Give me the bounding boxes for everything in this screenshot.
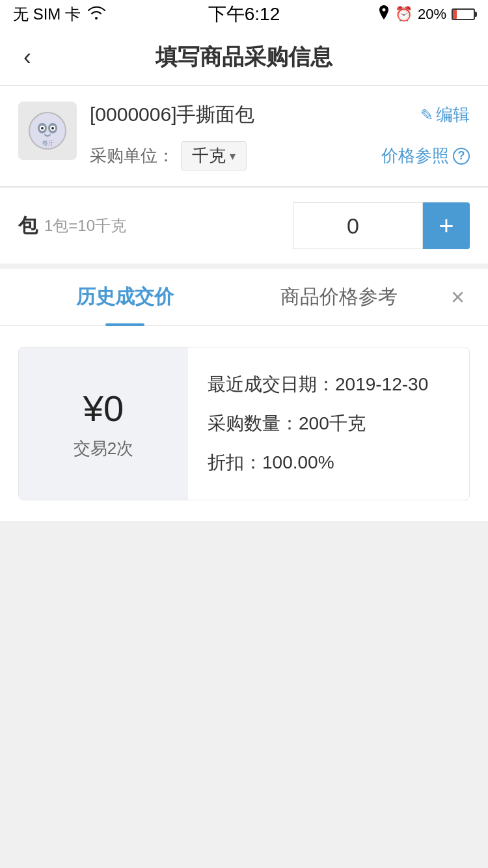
svg-point-6 [51,127,54,129]
unit-conversion: 1包=10千克 [44,215,126,236]
history-price-section: ¥0 交易2次 [19,347,188,500]
unit-badge: 包 [18,213,38,239]
panel-tabs: 历史成交价 商品价格参考 × [0,269,488,326]
purchase-qty: 采购数量：200千克 [208,410,450,437]
edit-button[interactable]: ✎ 编辑 [420,103,470,126]
history-card: ¥0 交易2次 最近成交日期：2019-12-30 采购数量：200千克 折扣：… [18,347,470,500]
panel-close-button[interactable]: × [446,278,470,316]
bottom-area [0,521,488,868]
unit-text: 采购单位： [90,144,174,167]
edit-label: 编辑 [436,103,470,126]
price-ref-label: 价格参照 [381,144,449,167]
product-info: [0000006]手撕面包 ✎ 编辑 采购单位： 千克 ▾ 价格参照 ? [90,102,470,170]
history-details-section: 最近成交日期：2019-12-30 采购数量：200千克 折扣：100.00% [188,347,469,500]
battery-icon [452,8,475,20]
product-top: 餐厅 [0000006]手撕面包 ✎ 编辑 采购单位： 千克 ▾ [18,102,470,170]
currency-symbol: ¥ [83,388,103,429]
tab-history-price[interactable]: 历史成交价 [18,269,232,326]
discount: 折扣：100.00% [208,449,450,476]
tab-product-reference[interactable]: 商品价格参考 [232,269,445,326]
product-title: 手撕面包 [176,103,254,125]
status-right: ⏰ 20% [378,5,475,23]
quantity-section: 包 1包=10千克 + [0,188,488,269]
status-bar: 无 SIM 卡 下午6:12 ⏰ 20% [0,0,488,29]
tab-history-label: 历史成交价 [76,284,174,310]
location-icon [378,5,390,23]
unit-label: 采购单位： 千克 ▾ [90,141,247,170]
chevron-down-icon: ▾ [230,149,236,163]
help-icon: ? [453,148,470,165]
price-number: 0 [103,388,124,429]
page-title: 填写商品采购信息 [156,42,332,72]
transaction-count: 交易2次 [74,437,133,460]
edit-icon: ✎ [420,106,433,124]
panel: 历史成交价 商品价格参考 × ¥0 交易2次 最近成交日期：2019-12-30… [0,269,488,521]
unit-value: 千克 [192,144,226,167]
quantity-input-group: + [293,202,470,249]
svg-text:餐厅: 餐厅 [42,140,54,146]
quantity-plus-button[interactable]: + [423,202,470,249]
back-button[interactable]: ‹ [18,38,36,76]
tab-reference-label: 商品价格参考 [280,284,398,310]
product-id: [0000006] [90,103,176,125]
history-price-value: ¥0 [83,387,124,429]
status-left: 无 SIM 卡 [13,4,105,25]
quantity-label: 包 1包=10千克 [18,213,126,239]
status-time: 下午6:12 [208,2,280,27]
product-card: 餐厅 [0000006]手撕面包 ✎ 编辑 采购单位： 千克 ▾ [0,86,488,187]
wifi-icon [87,5,105,23]
alarm-icon: ⏰ [395,6,413,23]
panel-content: ¥0 交易2次 最近成交日期：2019-12-30 采购数量：200千克 折扣：… [0,326,488,521]
carrier-text: 无 SIM 卡 [13,4,81,25]
svg-point-5 [41,127,44,129]
price-reference-button[interactable]: 价格参照 ? [381,144,470,167]
nav-bar: ‹ 填写商品采购信息 [0,29,488,86]
product-unit-row: 采购单位： 千克 ▾ 价格参照 ? [90,141,470,170]
product-name-row: [0000006]手撕面包 ✎ 编辑 [90,102,470,128]
product-name: [0000006]手撕面包 [90,102,254,128]
battery-percent: 20% [418,6,446,23]
unit-select-dropdown[interactable]: 千克 ▾ [181,141,247,170]
product-image: 餐厅 [18,102,77,160]
recent-date: 最近成交日期：2019-12-30 [208,371,450,398]
quantity-input[interactable] [293,202,423,249]
